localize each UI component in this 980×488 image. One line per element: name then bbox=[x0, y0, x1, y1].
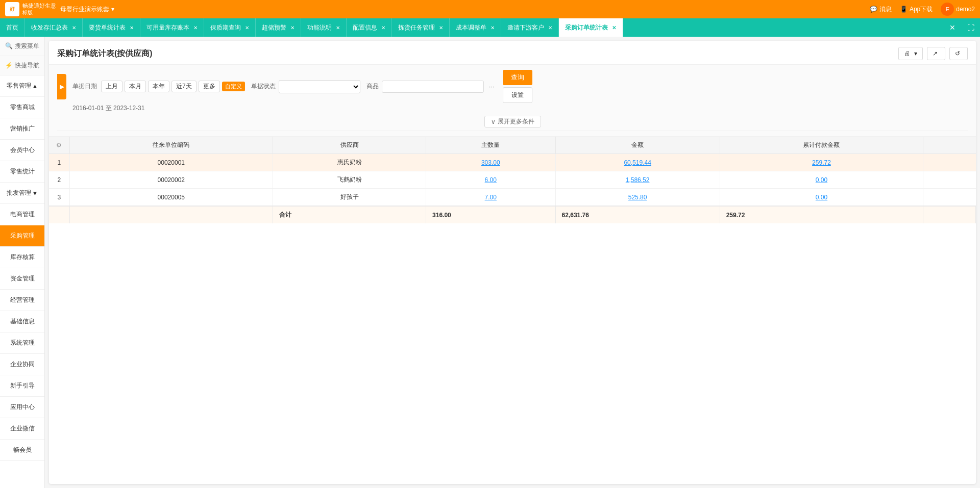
sidebar-item-collab[interactable]: 企业协同 bbox=[0, 354, 44, 375]
close-icon[interactable]: ✕ bbox=[439, 25, 443, 31]
close-icon[interactable]: ✕ bbox=[72, 25, 76, 31]
collapse-filter-button[interactable]: ▶ bbox=[57, 74, 66, 99]
message-icon: 💬 bbox=[870, 6, 877, 13]
close-icon[interactable]: ✕ bbox=[491, 25, 495, 31]
date-range-display: 2016-01-01 至 2023-12-31 bbox=[72, 104, 968, 113]
row-qty: 7.00 bbox=[426, 189, 556, 207]
tab-home[interactable]: 首页 bbox=[0, 18, 25, 37]
sidebar-item-system[interactable]: 系统管理 bbox=[0, 332, 44, 354]
goods-input[interactable] bbox=[382, 81, 484, 93]
sidebar-item-apps[interactable]: 应用中心 bbox=[0, 397, 44, 418]
col-qty: 主数量 bbox=[426, 137, 556, 154]
avatar: E bbox=[941, 3, 954, 16]
footer-label: 合计 bbox=[273, 206, 426, 223]
expand-row: ∨ 展开更多条件 bbox=[57, 113, 968, 131]
footer-paid: 259.72 bbox=[720, 206, 923, 223]
more-options-icon[interactable]: ··· bbox=[487, 83, 497, 90]
sidebar-item-wholesale[interactable]: 批发管理 ▼ bbox=[0, 183, 44, 204]
row-index: 3 bbox=[49, 189, 69, 207]
tab-cost-adjust[interactable]: 成本调整单 ✕ bbox=[450, 18, 501, 37]
workspace-selector[interactable]: 母婴行业演示账套 ▾ bbox=[60, 5, 114, 14]
settings-button[interactable]: 设置 bbox=[503, 87, 532, 103]
date-label: 单据日期 bbox=[72, 82, 97, 91]
shortcut-more[interactable]: 更多 bbox=[199, 81, 220, 92]
download-icon: 📱 bbox=[900, 6, 908, 13]
sidebar-item-guide[interactable]: 新手引导 bbox=[0, 375, 44, 397]
data-table: ⚙ 往来单位编码 供应商 主数量 金额 累计付款金额 1 bbox=[49, 137, 976, 223]
sidebar-item-operations[interactable]: 经营管理 bbox=[0, 290, 44, 311]
close-icon[interactable]: ✕ bbox=[548, 25, 552, 31]
row-qty: 303.00 bbox=[426, 154, 556, 171]
sidebar-item-marketing[interactable]: 营销推广 bbox=[0, 118, 44, 140]
page-header: 采购订单统计表(按供应商) 🖨 ▾ ↗ ↺ bbox=[49, 41, 976, 65]
top-bar-left: 好 畅捷通好生意 标版 母婴行业演示账套 ▾ bbox=[5, 2, 114, 16]
page-actions: 🖨 ▾ ↗ ↺ bbox=[898, 47, 968, 60]
sidebar-item-base-info[interactable]: 基础信息 bbox=[0, 311, 44, 332]
shortcut-last-month[interactable]: 上月 bbox=[101, 81, 122, 92]
page-container: 采购订单统计表(按供应商) 🖨 ▾ ↗ ↺ bbox=[49, 41, 976, 484]
sidebar-item-inventory[interactable]: 库存核算 bbox=[0, 247, 44, 268]
shortcut-this-year[interactable]: 本年 bbox=[148, 81, 169, 92]
main-layout: 🔍 搜索菜单 ⚡ 快捷导航 零售管理 ▲ 零售商城 营销推广 会员中心 零售统计… bbox=[0, 37, 980, 488]
sidebar-item-ecommerce[interactable]: 电商管理 bbox=[0, 204, 44, 225]
col-settings: ⚙ bbox=[49, 137, 69, 154]
maximize-button[interactable]: ⛶ bbox=[962, 18, 980, 37]
sidebar-item-vip[interactable]: 畅会员 bbox=[0, 440, 44, 461]
sidebar-item-quick-nav[interactable]: ⚡ 快捷导航 bbox=[0, 56, 44, 75]
sidebar-item-purchase[interactable]: 采购管理 bbox=[0, 225, 44, 247]
sidebar-item-member[interactable]: 会员中心 bbox=[0, 140, 44, 161]
goods-filter-group: 商品 ··· bbox=[366, 81, 497, 93]
chevron-down-icon: ▼ bbox=[32, 190, 38, 197]
user-profile[interactable]: E demo2 bbox=[941, 3, 975, 16]
tab-expiry-query[interactable]: 保质期查询 ✕ bbox=[204, 18, 256, 37]
settings-icon[interactable]: ⚙ bbox=[56, 142, 62, 149]
close-icon[interactable]: ✕ bbox=[245, 25, 249, 31]
row-amount: 60,519.44 bbox=[555, 154, 720, 171]
close-icon[interactable]: ✕ bbox=[336, 25, 340, 31]
footer-qty: 316.00 bbox=[426, 206, 556, 223]
sidebar-item-search[interactable]: 🔍 搜索菜单 bbox=[0, 37, 44, 56]
tab-pick-task[interactable]: 拣货任务管理 ✕ bbox=[392, 18, 450, 37]
tab-purchase-order-stats[interactable]: 采购订单统计表 ✕ bbox=[559, 18, 623, 37]
col-paid: 累计付款金额 bbox=[720, 137, 923, 154]
col-empty bbox=[923, 137, 976, 154]
sidebar-item-finance[interactable]: 资金管理 bbox=[0, 268, 44, 290]
top-bar: 好 畅捷通好生意 标版 母婴行业演示账套 ▾ 💬 消息 📱 App下载 E de… bbox=[0, 0, 980, 18]
chevron-down-icon: ▾ bbox=[914, 50, 917, 57]
export-button[interactable]: ↗ bbox=[927, 47, 945, 60]
close-icon[interactable]: ✕ bbox=[612, 25, 616, 31]
close-icon[interactable]: ✕ bbox=[290, 25, 295, 31]
sidebar-item-retail-stats[interactable]: 零售统计 bbox=[0, 161, 44, 183]
filter-content: 单据日期 上月 本月 本年 近7天 更多 自定义 bbox=[72, 70, 968, 113]
tab-invite-downstream[interactable]: 邀请下游客户 ✕ bbox=[501, 18, 559, 37]
print-button[interactable]: 🖨 ▾ bbox=[898, 47, 923, 60]
custom-date-badge[interactable]: 自定义 bbox=[222, 82, 245, 91]
tab-order-stats[interactable]: 要货单统计表 ✕ bbox=[83, 18, 140, 37]
close-icon[interactable]: ✕ bbox=[193, 25, 198, 31]
close-tab-button[interactable]: ✕ bbox=[943, 18, 962, 37]
query-button[interactable]: 查询 bbox=[503, 70, 532, 85]
shortcut-7days[interactable]: 近7天 bbox=[172, 81, 197, 92]
row-paid: 0.00 bbox=[720, 171, 923, 189]
logo-text: 畅捷通好生意 标版 bbox=[22, 3, 56, 15]
tab-overstock-warning[interactable]: 超储预警 ✕ bbox=[256, 18, 301, 37]
close-icon[interactable]: ✕ bbox=[381, 25, 385, 31]
tab-function-desc[interactable]: 功能说明 ✕ bbox=[301, 18, 347, 37]
sidebar-item-wechat[interactable]: 企业微信 bbox=[0, 418, 44, 440]
expand-more-button[interactable]: ∨ 展开更多条件 bbox=[484, 116, 541, 127]
close-icon[interactable]: ✕ bbox=[130, 25, 134, 31]
content-area: 采购订单统计表(按供应商) 🖨 ▾ ↗ ↺ bbox=[45, 37, 980, 488]
app-download-button[interactable]: 📱 App下载 bbox=[900, 5, 933, 14]
search-icon: 🔍 bbox=[5, 42, 13, 49]
status-select[interactable] bbox=[279, 80, 360, 93]
message-button[interactable]: 💬 消息 bbox=[870, 5, 892, 14]
row-amount: 1,586.52 bbox=[555, 171, 720, 189]
sidebar-item-retail-mgmt[interactable]: 零售管理 ▲ bbox=[0, 75, 44, 97]
tab-inventory-book[interactable]: 可用量库存账本 ✕ bbox=[140, 18, 204, 37]
sidebar-item-retail-mall[interactable]: 零售商城 bbox=[0, 97, 44, 118]
shortcut-this-month[interactable]: 本月 bbox=[125, 81, 146, 92]
tab-collection-summary[interactable]: 收发存汇总表 ✕ bbox=[25, 18, 83, 37]
chevron-down-icon: ∨ bbox=[491, 118, 496, 125]
refresh-button[interactable]: ↺ bbox=[949, 47, 968, 60]
tab-config[interactable]: 配置信息 ✕ bbox=[347, 18, 392, 37]
